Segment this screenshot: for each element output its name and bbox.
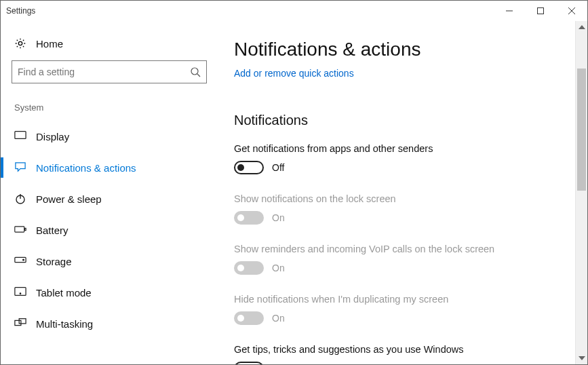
scroll-up-icon[interactable]	[576, 21, 587, 33]
tablet-icon	[14, 286, 26, 299]
svg-line-6	[197, 74, 200, 77]
scrollbar[interactable]	[575, 21, 587, 364]
maximize-button[interactable]	[525, 1, 556, 21]
toggle-state: On	[272, 263, 285, 273]
search-icon	[190, 66, 201, 77]
setting-label: Get notifications from apps and other se…	[234, 143, 559, 154]
toggle-state: On	[272, 212, 285, 223]
gear-icon	[14, 37, 26, 50]
svg-marker-19	[579, 356, 585, 360]
svg-point-4	[18, 41, 22, 45]
titlebar: Settings	[1, 1, 587, 21]
sidebar-item-notifications[interactable]: Notifications & actions	[12, 152, 207, 183]
setting-label: Show reminders and incoming VoIP calls o…	[234, 244, 559, 254]
setting-label: Show notifications on the lock screen	[234, 193, 559, 204]
svg-rect-1	[538, 8, 544, 14]
page-title: Notifications & actions	[234, 39, 559, 60]
toggle-state: Off	[272, 363, 284, 364]
sidebar-item-tablet[interactable]: Tablet mode	[12, 277, 207, 308]
home-nav[interactable]: Home	[12, 33, 207, 60]
svg-rect-17	[19, 319, 26, 324]
toggle-tips[interactable]	[234, 362, 264, 364]
svg-point-13	[23, 259, 24, 261]
sidebar-item-label: Multi-tasking	[36, 318, 93, 330]
toggle-get-notifications[interactable]	[234, 161, 264, 174]
section-title: Notifications	[234, 113, 559, 128]
setting-voip-lockscreen: Show reminders and incoming VoIP calls o…	[234, 244, 559, 275]
quick-actions-link[interactable]: Add or remove quick actions	[234, 68, 354, 79]
setting-tips: Get tips, tricks and suggestions as you …	[234, 344, 559, 364]
svg-rect-7	[15, 132, 26, 139]
setting-lockscreen-notifications: Show notifications on the lock screen On	[234, 193, 559, 225]
search-input[interactable]	[18, 66, 190, 77]
notifications-icon	[14, 161, 26, 174]
setting-hide-duplicating: Hide notifications when I'm duplicating …	[234, 294, 559, 325]
svg-rect-16	[15, 320, 21, 325]
scroll-thumb[interactable]	[577, 69, 586, 191]
toggle-hide-duplicating	[234, 311, 264, 325]
power-icon	[14, 193, 26, 205]
toggle-state: Off	[272, 162, 284, 173]
sidebar-item-label: Battery	[36, 225, 68, 236]
storage-icon	[14, 255, 26, 267]
display-icon	[14, 130, 26, 142]
settings-window: Settings Home System	[0, 0, 588, 365]
sidebar-item-label: Display	[36, 131, 69, 142]
sidebar-item-label: Power & sleep	[36, 193, 102, 205]
svg-rect-10	[15, 227, 24, 232]
setting-label: Hide notifications when I'm duplicating …	[234, 294, 559, 305]
sidebar-item-label: Notifications & actions	[36, 162, 136, 174]
toggle-voip-lockscreen	[234, 261, 264, 275]
scroll-down-icon[interactable]	[576, 352, 587, 364]
sidebar-item-storage[interactable]: Storage	[12, 246, 207, 277]
close-button[interactable]	[556, 1, 587, 21]
body: Home System Display Notifications & acti…	[1, 21, 587, 364]
home-label: Home	[36, 38, 63, 50]
window-title: Settings	[6, 6, 35, 16]
toggle-state: On	[272, 313, 285, 324]
sidebar-nav: Display Notifications & actions Power & …	[12, 121, 207, 339]
sidebar: Home System Display Notifications & acti…	[1, 21, 218, 364]
svg-point-15	[20, 293, 20, 294]
sidebar-item-power[interactable]: Power & sleep	[12, 183, 207, 214]
search-box[interactable]	[12, 60, 207, 83]
svg-marker-18	[579, 25, 585, 29]
sidebar-group-label: System	[14, 102, 207, 113]
battery-icon	[14, 224, 26, 236]
sidebar-item-battery[interactable]: Battery	[12, 214, 207, 246]
svg-point-5	[191, 68, 198, 75]
sidebar-item-multitasking[interactable]: Multi-tasking	[12, 308, 207, 339]
minimize-button[interactable]	[494, 1, 525, 21]
content: Notifications & actions Add or remove qu…	[218, 21, 575, 364]
sidebar-item-display[interactable]: Display	[12, 121, 207, 152]
sidebar-item-label: Tablet mode	[36, 287, 92, 299]
setting-label: Get tips, tricks and suggestions as you …	[234, 344, 559, 355]
toggle-lockscreen-notifications	[234, 211, 264, 225]
sidebar-item-label: Storage	[36, 256, 72, 267]
content-wrap: Notifications & actions Add or remove qu…	[218, 21, 587, 364]
svg-rect-11	[25, 228, 26, 230]
multitasking-icon	[14, 318, 26, 330]
setting-get-notifications: Get notifications from apps and other se…	[234, 143, 559, 174]
